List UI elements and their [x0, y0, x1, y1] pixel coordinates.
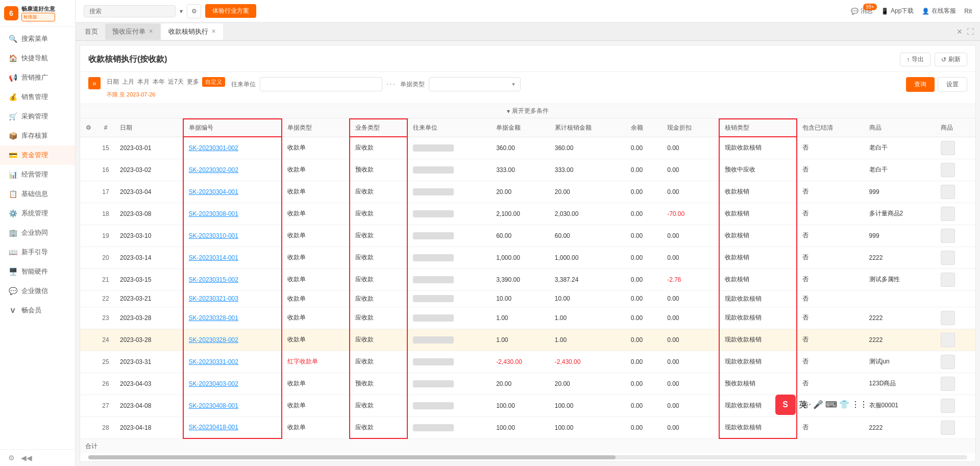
cell-doc-num[interactable]: SK-20230308-001	[183, 203, 282, 225]
refresh-btn[interactable]: ↺ 刷新	[935, 53, 967, 66]
topbar-search-input[interactable]	[84, 5, 176, 17]
cell-date: 2023-03-08	[115, 203, 183, 225]
tab-expand-icon[interactable]: ⛶	[967, 28, 974, 36]
table-row[interactable]: 16 2023-03-02 SK-20230302-002 收款单 预收款 33…	[80, 159, 975, 181]
filter-collapse-btn[interactable]: »	[88, 77, 101, 89]
tab-close-all-icon[interactable]: ✕	[957, 28, 963, 36]
sidebar-item-enterprise[interactable]: 🏢 企业协同	[0, 223, 75, 242]
cell-setting	[80, 395, 96, 416]
tab-writeoff[interactable]: 收款核销执行 ✕	[161, 23, 223, 40]
table-row[interactable]: 28 2023-04-18 SK-20230418-001 收款单 应收款 10…	[80, 416, 975, 438]
cell-cash-discount: 0.00	[662, 225, 719, 247]
date-btn-more[interactable]: 更多	[187, 78, 199, 86]
scrollbar-thumb[interactable]	[88, 455, 616, 459]
cell-doc-num[interactable]: SK-20230328-001	[183, 307, 282, 329]
sidebar-item-inventory[interactable]: 📦 库存核算	[0, 126, 75, 145]
sidebar-item-finance[interactable]: 💳 资金管理	[0, 145, 75, 165]
table-row[interactable]: 24 2023-03-28 SK-20230328-002 收款单 应收款 1.…	[80, 329, 975, 351]
table-row[interactable]: 19 2023-03-10 SK-20230310-001 收款单 应收款 60…	[80, 225, 975, 247]
settings-bottom-icon[interactable]: ⚙	[8, 454, 15, 462]
topbar-dropdown[interactable]: ▾	[180, 8, 183, 15]
date-btn-7days[interactable]: 近7天	[168, 78, 184, 86]
query-btn[interactable]: 查询	[906, 77, 935, 92]
table-row[interactable]: 15 2023-03-01 SK-20230301-002 收款单 应收款 36…	[80, 137, 975, 159]
cell-doc-num[interactable]: SK-20230310-001	[183, 225, 282, 247]
cell-product2	[936, 268, 975, 290]
counterparty-input[interactable]	[260, 77, 382, 91]
date-btn-this-year[interactable]: 本年	[153, 78, 165, 86]
collapse-sidebar-icon[interactable]: ◀◀	[21, 454, 32, 462]
sidebar-item-purchase[interactable]: 🛒 采购管理	[0, 107, 75, 126]
online-service-btn[interactable]: 👤 在线客服	[922, 7, 956, 15]
doc-num-link[interactable]: SK-20230314-001	[189, 254, 238, 261]
user-menu-btn[interactable]: Rit	[964, 8, 972, 15]
app-download-btn[interactable]: 📱 App下载	[881, 7, 914, 15]
tab-prepay[interactable]: 预收应付单 ✕	[105, 23, 160, 40]
sidebar-item-sales[interactable]: 💰 销售管理	[0, 87, 75, 107]
table-row[interactable]: 23 2023-03-28 SK-20230328-001 收款单 应收款 1.…	[80, 307, 975, 329]
sidebar-item-guide[interactable]: 📖 新手引导	[0, 242, 75, 262]
sidebar-item-search[interactable]: 🔍 搜索菜单	[0, 29, 75, 48]
cell-doc-num[interactable]: SK-20230328-002	[183, 329, 282, 351]
doc-num-link[interactable]: SK-20230331-002	[189, 358, 238, 365]
notification-btn[interactable]: 💬 消息 99+	[851, 7, 873, 15]
cell-counterparty	[407, 181, 491, 203]
date-btn-this-month[interactable]: 本月	[137, 78, 150, 86]
cell-doc-num[interactable]: SK-20230304-001	[183, 181, 282, 203]
sidebar-item-quick-nav[interactable]: 🏠 快捷导航	[0, 48, 75, 68]
table-row[interactable]: 26 2023-04-03 SK-20230403-002 收款单 预收款 20…	[80, 373, 975, 395]
doc-num-link[interactable]: SK-20230308-001	[189, 210, 238, 217]
sidebar-item-system[interactable]: ⚙️ 系统管理	[0, 204, 75, 223]
tab-home[interactable]: 首页	[78, 27, 105, 36]
sidebar-item-member[interactable]: V 畅会员	[0, 301, 75, 320]
table-row[interactable]: 21 2023-03-15 SK-20230315-002 收款单 应收款 3,…	[80, 268, 975, 290]
table-row[interactable]: 18 2023-03-08 SK-20230308-001 收款单 应收款 2,…	[80, 203, 975, 225]
cell-doc-num[interactable]: SK-20230315-002	[183, 268, 282, 290]
doc-num-link[interactable]: SK-20230304-001	[189, 188, 238, 195]
doc-num-link[interactable]: SK-20230315-002	[189, 276, 238, 283]
export-btn[interactable]: ↑ 导出	[900, 53, 930, 66]
doc-num-link[interactable]: SK-20230403-002	[189, 380, 238, 387]
sidebar-item-basic[interactable]: 📋 基础信息	[0, 184, 75, 204]
sidebar-item-wechat[interactable]: 💬 企业微信	[0, 281, 75, 301]
cell-doc-num[interactable]: SK-20230408-001	[183, 395, 282, 416]
cell-doc-num[interactable]: SK-20230302-002	[183, 159, 282, 181]
table-row[interactable]: 20 2023-03-14 SK-20230314-001 收款单 应收款 1,…	[80, 247, 975, 268]
cell-biz-type: 应收款	[350, 203, 407, 225]
cell-cash-discount: 0.00	[662, 395, 719, 416]
custom-date-btn[interactable]: 自定义	[202, 77, 225, 87]
doc-num-link[interactable]: SK-20230328-001	[189, 314, 238, 322]
cell-doc-num[interactable]: SK-20230321-003	[183, 290, 282, 307]
table-row[interactable]: 17 2023-03-04 SK-20230304-001 收款单 应收款 20…	[80, 181, 975, 203]
doc-num-link[interactable]: SK-20230328-002	[189, 336, 238, 344]
topbar-gear-btn[interactable]: ⚙	[187, 4, 201, 18]
expand-conditions-btn[interactable]: ▾ 展开更多条件	[80, 104, 975, 118]
cell-doc-num[interactable]: SK-20230403-002	[183, 373, 282, 395]
cell-doc-num[interactable]: SK-20230301-002	[183, 137, 282, 159]
date-btn-last-month[interactable]: 上月	[122, 78, 134, 86]
sidebar-item-marketing[interactable]: 📢 营销推广	[0, 68, 75, 87]
cell-doc-num[interactable]: SK-20230418-001	[183, 416, 282, 438]
doc-num-link[interactable]: SK-20230408-001	[189, 402, 238, 409]
sidebar-item-hardware[interactable]: 🖥️ 智能硬件	[0, 262, 75, 281]
inventory-icon: 📦	[8, 131, 17, 140]
doc-num-link[interactable]: SK-20230418-001	[189, 424, 238, 431]
doc-type-select[interactable]: ▾	[429, 77, 521, 91]
cell-doc-num[interactable]: SK-20230331-002	[183, 351, 282, 373]
table-row[interactable]: 22 2023-03-21 SK-20230321-003 收款单 应收款 10…	[80, 290, 975, 307]
horizontal-scrollbar[interactable]	[88, 455, 967, 459]
doc-num-link[interactable]: SK-20230321-003	[189, 295, 238, 302]
th-setting[interactable]: ⚙	[80, 119, 96, 137]
doc-num-link[interactable]: SK-20230301-002	[189, 144, 238, 152]
tab-prepay-close-icon[interactable]: ✕	[149, 28, 153, 35]
table-row[interactable]: 25 2023-03-31 SK-20230331-002 红字收款单 应收款 …	[80, 351, 975, 373]
tab-writeoff-close-icon[interactable]: ✕	[211, 28, 216, 35]
cell-balance: 0.00	[626, 225, 662, 247]
industry-solution-btn[interactable]: 体验行业方案	[205, 4, 256, 18]
doc-num-link[interactable]: SK-20230310-001	[189, 232, 238, 239]
settings-btn[interactable]: 设置	[938, 77, 967, 92]
cell-doc-num[interactable]: SK-20230314-001	[183, 247, 282, 268]
sidebar-item-operation[interactable]: 📊 经营管理	[0, 165, 75, 184]
filter-ellipsis[interactable]: ···	[386, 80, 396, 89]
doc-num-link[interactable]: SK-20230302-002	[189, 166, 238, 174]
